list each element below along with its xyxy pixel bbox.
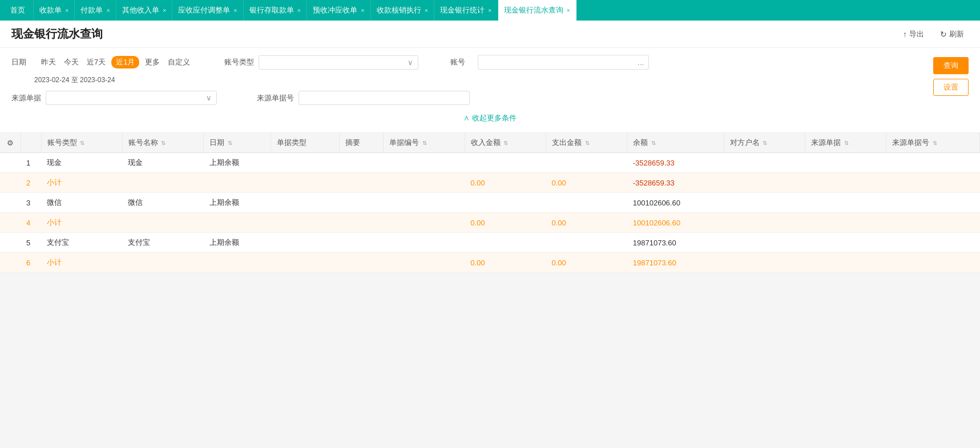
- nav-payments-close[interactable]: ×: [106, 7, 110, 14]
- nav-cash-bank-stats-label: 现金银行统计: [440, 5, 485, 15]
- row-doc-type: [271, 173, 340, 193]
- row-account-type: 微信: [41, 193, 122, 213]
- source-doc-no-filter-group: 来源单据号: [257, 91, 470, 105]
- nav-other-income-close[interactable]: ×: [163, 7, 166, 14]
- col-account-type[interactable]: 账号类型 ⇅: [41, 133, 122, 153]
- account-input[interactable]: ...: [478, 55, 649, 70]
- nav-ap-ar-adjust-close[interactable]: ×: [233, 7, 237, 14]
- nav-cash-bank-flow-close[interactable]: ×: [567, 7, 570, 14]
- row-index: 3: [21, 193, 41, 213]
- collapse-up-icon: ∧: [463, 114, 470, 122]
- source-doc-select[interactable]: ∨: [46, 91, 217, 105]
- row-account-type: 现金: [41, 153, 122, 173]
- account-dots-icon[interactable]: ...: [638, 58, 644, 67]
- nav-cash-bank-stats[interactable]: 现金银行统计 ×: [434, 0, 498, 21]
- col-source-doc-no[interactable]: 来源单据号 ⇅: [886, 133, 980, 153]
- col-gear[interactable]: ⚙: [0, 133, 21, 153]
- nav-other-income[interactable]: 其他收入单 ×: [116, 0, 172, 21]
- col-date[interactable]: 日期 ⇅: [204, 133, 271, 153]
- nav-payments[interactable]: 付款单 ×: [75, 0, 116, 21]
- col-account-name[interactable]: 账号名称 ⇅: [122, 133, 203, 153]
- date-btn-today[interactable]: 今天: [62, 56, 81, 68]
- refresh-button[interactable]: ↻ 刷新: [935, 27, 969, 42]
- row-balance: 100102606.60: [627, 213, 724, 233]
- nav-bank-deposit-close[interactable]: ×: [297, 7, 301, 14]
- export-button[interactable]: ↑ 导出: [898, 27, 929, 42]
- row-source-doc-no: [886, 193, 980, 213]
- page-title: 现金银行流水查询: [11, 26, 103, 42]
- row-source-doc: [805, 253, 886, 273]
- row-income: 0.00: [465, 173, 546, 193]
- source-doc-label: 来源单据: [11, 93, 41, 103]
- row-account-name: [122, 213, 203, 233]
- row-gear-cell: [0, 213, 21, 233]
- date-btn-yesterday[interactable]: 昨天: [39, 56, 58, 68]
- export-label: 导出: [909, 29, 924, 39]
- col-summary: 摘要: [340, 133, 384, 153]
- col-balance[interactable]: 余额 ⇅: [627, 133, 724, 153]
- row-gear-cell: [0, 153, 21, 173]
- nav-collection-exec[interactable]: 收款核销执行 ×: [371, 0, 434, 21]
- col-source-doc[interactable]: 来源单据 ⇅: [805, 133, 886, 153]
- nav-home[interactable]: 首页: [2, 0, 34, 21]
- row-doc-type: [271, 153, 340, 173]
- row-expense: 0.00: [546, 213, 627, 233]
- source-doc-chevron-icon: ∨: [206, 94, 212, 102]
- nav-home-label: 首页: [10, 5, 25, 15]
- date-btn-7days[interactable]: 近7天: [84, 56, 108, 68]
- row-account-name: 支付宝: [122, 233, 203, 253]
- nav-receipts-label: 收款单: [39, 5, 62, 15]
- date-filter-group: 日期 昨天 今天 近7天 近1月 更多 自定义: [11, 56, 192, 68]
- row-source-doc-no: [886, 173, 980, 193]
- row-index: 5: [21, 233, 41, 253]
- data-table: ⚙ 账号类型 ⇅ 账号名称 ⇅ 日期 ⇅ 单据类型 摘要 单据编号 ⇅ 收入金额…: [0, 133, 980, 273]
- col-counterpart[interactable]: 对方户名 ⇅: [724, 133, 805, 153]
- row-source-doc-no: [886, 153, 980, 173]
- nav-collection-exec-close[interactable]: ×: [425, 7, 428, 14]
- nav-cash-bank-flow[interactable]: 现金银行流水查询 ×: [498, 0, 576, 21]
- settings-button[interactable]: 设置: [933, 79, 969, 96]
- source-doc-filter-group: 来源单据 ∨: [11, 91, 217, 105]
- query-button[interactable]: 查询: [933, 57, 969, 74]
- nav-advance-offset-close[interactable]: ×: [361, 7, 364, 14]
- row-summary: [340, 253, 384, 273]
- row-expense: [546, 233, 627, 253]
- account-type-select[interactable]: ∨: [259, 55, 418, 70]
- row-account-name: [122, 173, 203, 193]
- nav-advance-offset[interactable]: 预收冲应收单 ×: [307, 0, 370, 21]
- row-summary: [340, 173, 384, 193]
- table-row: 2小计0.000.00-3528659.33: [0, 173, 980, 193]
- row-account-name: 微信: [122, 193, 203, 213]
- row-source-doc: [805, 193, 886, 213]
- row-balance: -3528659.33: [627, 173, 724, 193]
- date-shortcuts: 昨天 今天 近7天 近1月 更多 自定义: [39, 56, 192, 68]
- table-row: 6小计0.000.0019871073.60: [0, 253, 980, 273]
- top-navigation: 首页 收款单 × 付款单 × 其他收入单 × 应收应付调整单 × 银行存取款单 …: [0, 0, 980, 21]
- col-expense[interactable]: 支出金额 ⇅: [546, 133, 627, 153]
- row-index: 6: [21, 253, 41, 273]
- source-doc-no-input[interactable]: [299, 91, 470, 105]
- date-btn-custom[interactable]: 自定义: [166, 56, 192, 68]
- nav-receipts[interactable]: 收款单 ×: [34, 0, 75, 21]
- nav-ap-ar-adjust[interactable]: 应收应付调整单 ×: [172, 0, 243, 21]
- nav-other-income-label: 其他收入单: [122, 5, 159, 15]
- nav-advance-offset-label: 预收冲应收单: [313, 5, 357, 15]
- row-balance: 19871073.60: [627, 233, 724, 253]
- account-type-chevron-icon: ∨: [408, 58, 413, 67]
- row-account-type: 支付宝: [41, 233, 122, 253]
- row-income: [465, 233, 546, 253]
- row-counterpart: [724, 233, 805, 253]
- nav-bank-deposit[interactable]: 银行存取款单 ×: [244, 0, 307, 21]
- account-type-label: 账号类型: [224, 57, 254, 67]
- date-btn-1month[interactable]: 近1月: [111, 56, 139, 68]
- col-income[interactable]: 收入金额 ⇅: [465, 133, 546, 153]
- nav-cash-bank-stats-close[interactable]: ×: [488, 7, 491, 14]
- col-doc-no[interactable]: 单据编号 ⇅: [384, 133, 465, 153]
- date-btn-more[interactable]: 更多: [143, 56, 162, 68]
- refresh-icon: ↻: [940, 30, 947, 39]
- collapse-bar[interactable]: ∧ 收起更多条件: [11, 111, 969, 126]
- nav-receipts-close[interactable]: ×: [65, 7, 68, 14]
- row-counterpart: [724, 213, 805, 233]
- page-header: 现金银行流水查询 ↑ 导出 ↻ 刷新: [0, 21, 980, 48]
- row-income: [465, 193, 546, 213]
